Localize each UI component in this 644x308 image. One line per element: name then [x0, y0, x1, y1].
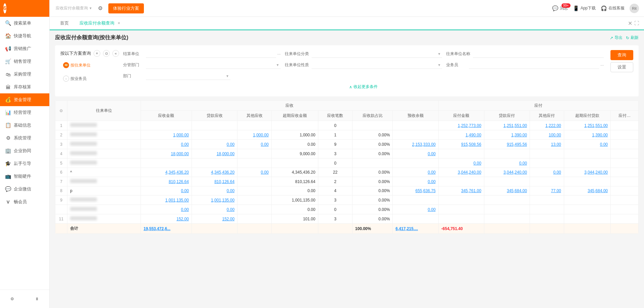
sidebar-collapse-btn[interactable]: ⏸: [30, 294, 44, 304]
table-cell[interactable]: 915,495.56: [484, 140, 530, 149]
filter-settings-button[interactable]: ⊙: [103, 50, 110, 57]
table-cell[interactable]: 3,044,240.00: [438, 168, 484, 177]
ar-count-header: 应收笔数: [318, 111, 353, 121]
topbar-gear-btn[interactable]: ⚙: [96, 4, 105, 13]
settings-button[interactable]: 设置: [610, 62, 633, 72]
table-cell[interactable]: 345,684.00: [484, 186, 530, 195]
table-cell[interactable]: 0.00: [237, 168, 272, 177]
sidebar-item-purchase[interactable]: 🛍 采购管理: [0, 68, 49, 81]
table-cell[interactable]: 1,390.00: [484, 130, 530, 140]
table-cell[interactable]: 3,044,240.00: [564, 168, 610, 177]
table-cell[interactable]: 810,126.64: [141, 177, 192, 186]
table-cell[interactable]: 1,251,551.00: [564, 121, 610, 130]
dept-select[interactable]: [146, 72, 230, 80]
filter-collapse-btn[interactable]: ∧ 收起更多条件: [123, 82, 604, 92]
vendor-name-input[interactable]: [473, 50, 604, 58]
table-cell[interactable]: 0.00: [141, 186, 192, 195]
sidebar-item-inventory[interactable]: 🏛 库存核算: [0, 81, 49, 93]
table-cell[interactable]: 2,153,333.00: [393, 140, 438, 149]
sidebar-settings-btn[interactable]: ⚙: [5, 294, 19, 304]
table-cell[interactable]: 152.00: [192, 214, 237, 224]
table-cell[interactable]: 3,044,240.00: [484, 168, 530, 177]
table-cell[interactable]: 0.00: [438, 159, 484, 168]
table-cell[interactable]: 152.00: [141, 214, 192, 224]
filter-collapse-small-button[interactable]: «: [112, 50, 119, 57]
sidebar-item-wechat[interactable]: 💬 企业微信: [0, 183, 49, 195]
sidebar-item-finance[interactable]: 💰 资金管理: [0, 93, 49, 106]
vendor-name-cell: [67, 149, 141, 159]
table-cell[interactable]: 1,252,773.00: [438, 121, 484, 130]
user-avatar[interactable]: Rit: [630, 4, 639, 13]
table-cell: 11: [55, 214, 67, 224]
table-cell[interactable]: 18,000.00: [192, 149, 237, 159]
table-cell[interactable]: 810,126.64: [192, 177, 237, 186]
vendor-name-cell: [67, 214, 141, 224]
filter-options: 💴 按往来单位: [60, 61, 119, 70]
promo-button[interactable]: 体验行业方案: [108, 3, 144, 13]
table-cell[interactable]: 0.00: [141, 140, 192, 149]
dept-manager-select[interactable]: [146, 61, 281, 69]
export-button[interactable]: ↗ 导出: [610, 35, 623, 41]
table-cell[interactable]: 655,636.75: [393, 186, 438, 195]
sidebar-item-sales[interactable]: 🛒 销售管理: [0, 55, 49, 68]
tab-ar-ap[interactable]: 应收应付余额查询 ×: [74, 17, 125, 30]
table-cell[interactable]: 1,001,135.00: [192, 195, 237, 205]
sidebar-item-member[interactable]: V 畅会员: [0, 195, 49, 208]
app-download-btn[interactable]: 📱 App下载: [573, 5, 596, 11]
table-cell[interactable]: 1,390.00: [564, 130, 610, 140]
query-button[interactable]: 查询: [610, 50, 633, 60]
table-cell[interactable]: 1,222.00: [530, 121, 564, 130]
sidebar-item-quick-nav[interactable]: 🏠 快捷导航: [0, 30, 49, 42]
table-cell[interactable]: 0.00: [192, 140, 237, 149]
filter-option-staff[interactable]: ○ 按业务员: [60, 74, 89, 83]
table-cell[interactable]: 0.00: [192, 186, 237, 195]
vendor-name-cell: ^: [67, 168, 141, 177]
table-cell[interactable]: 1,000.00: [141, 130, 192, 140]
settlement-input[interactable]: [146, 50, 276, 58]
sidebar-item-operation[interactable]: 📊 经营管理: [0, 106, 49, 119]
filter-option-vendor[interactable]: 💴 按往来单位: [60, 61, 93, 70]
salesman-input[interactable]: [469, 61, 599, 69]
table-cell[interactable]: 0.00: [192, 205, 237, 214]
table-cell[interactable]: 0.00: [141, 205, 192, 214]
table-cell[interactable]: 13.00: [530, 140, 564, 149]
table-cell[interactable]: 1,000.00: [237, 130, 272, 140]
window-expand-icon[interactable]: ⛶: [634, 20, 639, 26]
filter-add-button[interactable]: +: [94, 50, 100, 57]
table-cell[interactable]: 0.00: [393, 205, 438, 214]
table-cell[interactable]: 0.00: [530, 168, 564, 177]
table-cell[interactable]: 915,508.56: [438, 140, 484, 149]
sidebar-item-label: 采购管理: [14, 71, 31, 77]
table-cell[interactable]: 345,761.00: [438, 186, 484, 195]
sidebar-item-basic[interactable]: 📋 基础信息: [0, 119, 49, 132]
sidebar-item-hardware[interactable]: 📺 智能硬件: [0, 170, 49, 183]
table-cell[interactable]: 0.00: [484, 159, 530, 168]
sidebar-item-search[interactable]: 🔍 搜索菜单: [0, 17, 49, 30]
table-cell[interactable]: 0.00: [564, 140, 610, 149]
table-cell[interactable]: 18,000.00: [141, 149, 192, 159]
vendor-category-select[interactable]: [312, 50, 442, 58]
sidebar-item-system[interactable]: ⚙ 系统管理: [0, 132, 49, 144]
refresh-button[interactable]: ↻ 刷新: [626, 35, 639, 41]
table-cell[interactable]: 100.00: [530, 130, 564, 140]
table-cell[interactable]: 1,001,135.00: [141, 195, 192, 205]
table-cell[interactable]: 0.00: [393, 177, 438, 186]
table-cell[interactable]: 77.00: [530, 186, 564, 195]
table-cell[interactable]: 1,490.00: [438, 130, 484, 140]
table-cell[interactable]: 4,345,436.20: [192, 168, 237, 177]
window-close-icon[interactable]: ✕: [628, 20, 632, 27]
table-cell[interactable]: 1,251,551.00: [484, 121, 530, 130]
table-cell[interactable]: 0.00: [393, 149, 438, 159]
sidebar-item-enterprise[interactable]: 🏢 企业协同: [0, 144, 49, 157]
settlement-dots-icon[interactable]: ···: [277, 52, 281, 56]
sidebar-item-marketing[interactable]: 📢 营销推广: [0, 42, 49, 55]
table-cell[interactable]: 0.00: [237, 140, 272, 149]
table-cell[interactable]: 4,345,436.20: [141, 168, 192, 177]
salesman-dots-icon[interactable]: ···: [600, 63, 604, 68]
table-cell[interactable]: 345,684.00: [564, 186, 610, 195]
tab-close-icon[interactable]: ×: [118, 20, 120, 26]
vendor-nature-select[interactable]: [312, 61, 442, 69]
message-btn[interactable]: 💬 消息 99+: [552, 5, 568, 11]
online-service-btn[interactable]: 🎧 在线客服: [601, 5, 625, 11]
table-cell[interactable]: 0.00: [393, 168, 438, 177]
